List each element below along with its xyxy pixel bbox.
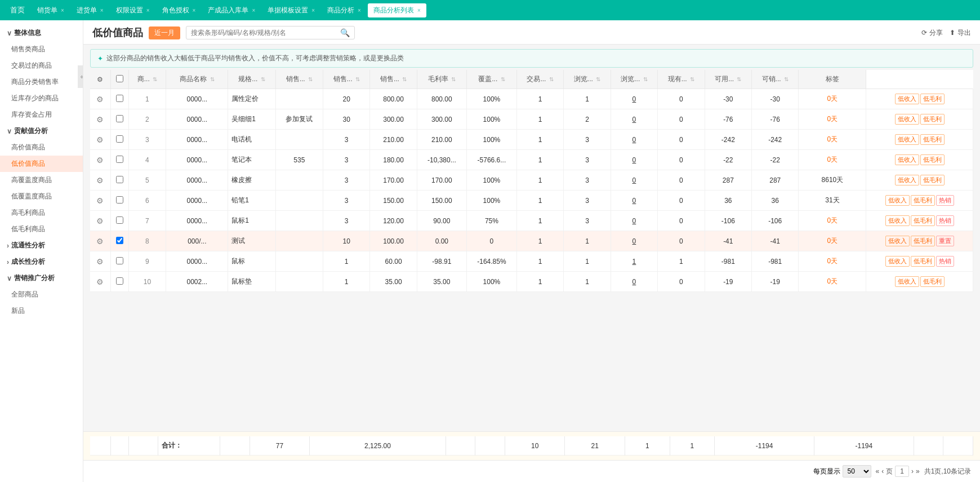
sidebar-item-low-coverage[interactable]: 低覆盖度商品: [0, 188, 83, 205]
row-settings-btn[interactable]: ⚙: [90, 211, 110, 231]
browse-link[interactable]: 0: [632, 116, 636, 123]
first-page-button[interactable]: «: [876, 467, 880, 475]
sidebar-item-low-margin[interactable]: 低毛利商品: [0, 221, 83, 237]
browse1-col-header[interactable]: 浏览... ⇅: [564, 70, 611, 89]
nav-product-analysis[interactable]: 商品分析 ×: [322, 3, 367, 17]
current-col-header[interactable]: 现有... ⇅: [658, 70, 705, 89]
row-checkbox[interactable]: [116, 115, 123, 122]
row-spec: [275, 231, 323, 251]
sidebar-item-category-sales-rate[interactable]: 商品分类销售率: [0, 74, 83, 90]
row-settings-btn[interactable]: ⚙: [90, 130, 110, 150]
row-settings-btn[interactable]: ⚙: [90, 89, 110, 109]
browse-link[interactable]: 0: [632, 136, 636, 144]
sidebar-collapse-button[interactable]: «: [78, 65, 83, 88]
per-page-select[interactable]: 50 20 100: [843, 465, 871, 477]
summary-row: 合计： 77 2,125.00 10 21 1 1 -1194 -1194: [83, 431, 980, 460]
row-settings-btn[interactable]: ⚙: [90, 191, 110, 211]
close-icon[interactable]: ×: [417, 7, 421, 14]
sidebar-group-circulation[interactable]: › 流通性分析: [0, 237, 83, 254]
sidebar-group-overview[interactable]: ∨ 整体信息: [0, 25, 83, 41]
browse-link[interactable]: 0: [632, 237, 636, 245]
row-checkbox[interactable]: [116, 216, 123, 224]
close-icon[interactable]: ×: [61, 7, 64, 14]
filter-month-button[interactable]: 近一月: [149, 26, 180, 39]
browse-link[interactable]: 0: [632, 197, 636, 205]
row-settings-btn[interactable]: ⚙: [90, 231, 110, 251]
close-icon[interactable]: ×: [100, 7, 104, 14]
row-checkbox[interactable]: [116, 156, 123, 163]
settings-col-header[interactable]: ⚙: [90, 70, 110, 89]
browse-link[interactable]: 0: [632, 217, 636, 225]
sidebar-item-new-products[interactable]: 新品: [0, 303, 83, 319]
table-container: ⚙ 商... ⇅ 商品名称 ⇅ 规格... ⇅ 销售... ⇅ 销售... ⇅ …: [83, 70, 980, 431]
search-input[interactable]: [191, 29, 340, 37]
browse-link[interactable]: 1: [632, 258, 636, 266]
row-settings-btn[interactable]: ⚙: [90, 109, 110, 130]
row-sales-amount: 0.00: [417, 231, 466, 251]
prev-page-button[interactable]: ‹: [881, 467, 884, 475]
nav-home[interactable]: 首页: [5, 3, 30, 17]
code-col-header[interactable]: 商... ⇅: [128, 70, 166, 89]
browse2-col-header[interactable]: 浏览... ⇅: [611, 70, 657, 89]
row-checkbox[interactable]: [116, 135, 123, 143]
available-col-header[interactable]: 可用... ⇅: [705, 70, 751, 89]
current-page[interactable]: 1: [895, 466, 909, 477]
nav-role-auth[interactable]: 角色授权 ×: [157, 3, 202, 17]
sidebar-item-high-value[interactable]: 高价值商品: [0, 139, 83, 156]
browse-link[interactable]: 0: [632, 278, 636, 286]
row-checkbox[interactable]: [116, 196, 123, 204]
nav-sales-order[interactable]: 销货单 ×: [32, 3, 70, 17]
browse-link[interactable]: 0: [632, 156, 636, 164]
nav-permission[interactable]: 权限设置 ×: [110, 3, 155, 17]
last-page-button[interactable]: »: [916, 467, 920, 475]
name-col-header[interactable]: 商品名称 ⇅: [166, 70, 228, 89]
sidebar-group-contribution[interactable]: ∨ 贡献值分析: [0, 123, 83, 139]
nav-product-analysis-list[interactable]: 商品分析列表 ×: [368, 3, 426, 17]
sales-amount-col-header[interactable]: 销售... ⇅: [370, 70, 417, 89]
sidebar-item-sales-products[interactable]: 销售类商品: [0, 41, 83, 58]
sales-price-col-header[interactable]: 销售... ⇅: [323, 70, 369, 89]
sidebar-item-stock-capital[interactable]: 库存资金占用: [0, 107, 83, 123]
sidebar-item-all-products[interactable]: 全部商品: [0, 286, 83, 303]
sidebar-item-high-margin[interactable]: 高毛利商品: [0, 205, 83, 221]
share-button[interactable]: ⟳ 分享: [921, 28, 943, 38]
browse-link[interactable]: 0: [632, 95, 636, 103]
row-settings-btn[interactable]: ⚙: [90, 251, 110, 272]
sidebar-item-traded-products[interactable]: 交易过的商品: [0, 58, 83, 74]
sidebar-item-low-value[interactable]: 低价值商品: [0, 156, 83, 172]
row-settings-btn[interactable]: ⚙: [90, 170, 110, 191]
row-settings-btn[interactable]: ⚙: [90, 150, 110, 170]
close-icon[interactable]: ×: [311, 7, 315, 14]
sidebar-group-marketing[interactable]: ∨ 营销推广分析: [0, 270, 83, 286]
browse-link[interactable]: 0: [632, 176, 636, 184]
saleable-col-header[interactable]: 可销... ⇅: [752, 70, 799, 89]
margin-col-header[interactable]: 毛利率 ⇅: [417, 70, 466, 89]
sidebar-group-growth[interactable]: › 成长性分析: [0, 254, 83, 270]
row-checkbox[interactable]: [116, 277, 123, 285]
close-icon[interactable]: ×: [252, 7, 255, 14]
tag-label: 低毛利: [920, 114, 945, 125]
search-icon[interactable]: 🔍: [340, 28, 350, 37]
export-button[interactable]: ⬆ 导出: [950, 28, 971, 38]
next-page-button[interactable]: ›: [911, 467, 914, 475]
coverage-col-header[interactable]: 覆盖... ⇅: [466, 70, 516, 89]
sidebar-item-high-coverage[interactable]: 高覆盖度商品: [0, 172, 83, 188]
close-icon[interactable]: ×: [358, 7, 361, 14]
row-checkbox[interactable]: [116, 95, 123, 102]
row-checkbox[interactable]: [116, 237, 123, 244]
close-icon[interactable]: ×: [193, 7, 196, 14]
nav-template-settings[interactable]: 单据模板设置 ×: [262, 3, 320, 17]
nav-purchase-order[interactable]: 进货单 ×: [71, 3, 109, 17]
select-all-checkbox[interactable]: [116, 75, 123, 82]
row-transaction: 1: [564, 272, 611, 292]
transaction-col-header[interactable]: 交易... ⇅: [516, 70, 563, 89]
sidebar-item-low-stock[interactable]: 近库存少的商品: [0, 90, 83, 107]
row-checkbox[interactable]: [116, 176, 123, 183]
row-name: 吴细细1: [228, 109, 275, 130]
sales-qty-col-header[interactable]: 销售... ⇅: [275, 70, 323, 89]
row-checkbox[interactable]: [116, 257, 123, 264]
spec-col-header[interactable]: 规格... ⇅: [228, 70, 275, 89]
row-settings-btn[interactable]: ⚙: [90, 272, 110, 292]
nav-product-warehouse[interactable]: 产成品入库单 ×: [202, 3, 261, 17]
close-icon[interactable]: ×: [146, 7, 150, 14]
